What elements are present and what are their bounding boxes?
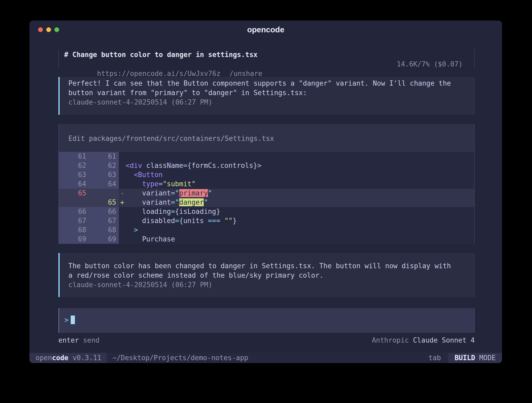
diff-row: 6262<div className={formCs.controls}> <box>59 161 474 170</box>
code-line: variant="danger" <box>124 198 208 207</box>
session-title: # Change button color to danger in setti… <box>64 50 463 59</box>
model-name: Claude Sonnet 4 <box>413 336 475 344</box>
diff-marker <box>119 170 124 179</box>
line-number-gutter: 65 <box>59 198 119 207</box>
message-line: The button color has been changed to dan… <box>68 261 474 271</box>
mode-toggle[interactable]: BUILD MODE <box>448 353 502 363</box>
code-line: <Button <box>124 170 163 179</box>
diff-row: 65- variant="primary" <box>59 189 474 198</box>
window-title: opencode <box>29 25 502 34</box>
diff-marker: + <box>119 198 124 207</box>
code-line: Purchase <box>124 235 175 244</box>
code-line: > <box>124 225 138 235</box>
diff-row: 6363 <Button <box>59 170 474 179</box>
desktop: { "window": { "title": "opencode" }, "tr… <box>0 0 532 403</box>
model-indicator: Anthropic Claude Sonnet 4 <box>372 335 475 345</box>
code-line: loading={isLoading} <box>124 207 220 216</box>
line-number-gutter: 6363 <box>59 170 119 179</box>
prompt-input[interactable]: > <box>58 308 475 333</box>
diff-marker <box>119 225 124 235</box>
app-version-chip: opencode v0.3.11 <box>29 353 106 363</box>
session-header: # Change button color to danger in setti… <box>58 49 475 69</box>
message-model-meta: claude-sonnet-4-20250514 (06:27 PM) <box>68 97 474 107</box>
message-line: button variant from "primary" to "danger… <box>68 88 474 97</box>
enter-key-hint: enter <box>58 336 79 344</box>
diff-marker <box>119 179 124 189</box>
text-cursor <box>71 316 75 324</box>
message-line: a red/rose color scheme instead of the b… <box>68 271 474 280</box>
diff-row: 6161 <box>59 152 474 161</box>
line-number-gutter: 6161 <box>59 152 119 161</box>
diff-marker <box>119 152 124 161</box>
line-number-gutter: 6262 <box>59 161 119 170</box>
message-line: Perfect! I can see that the Button compo… <box>68 79 474 88</box>
line-number-gutter: 6666 <box>59 207 119 216</box>
code-line <box>124 152 126 161</box>
diff-row: 6666 loading={isLoading} <box>59 207 474 216</box>
code-line: <div className={formCs.controls}> <box>124 161 262 170</box>
line-number-gutter: 6969 <box>59 235 119 244</box>
diff-marker <box>119 235 124 244</box>
edit-tool-block: Edit packages/frontend/src/containers/Se… <box>58 124 475 244</box>
diff-row: 6969 Purchase <box>59 235 474 244</box>
code-line: variant="primary" <box>124 189 212 198</box>
diff-row: 6767 disabled={units === ""} <box>59 216 474 225</box>
diff-row: 6464 type="submit" <box>59 179 474 189</box>
app-name-prefix: open <box>35 354 52 362</box>
status-right: tab BUILD MODE <box>428 353 502 363</box>
mode-key: BUILD <box>454 354 475 362</box>
diff-marker <box>119 216 124 225</box>
working-directory: ~/Desktop/Projects/demo-notes-app <box>112 353 248 363</box>
diff-marker: - <box>119 189 124 198</box>
diff-marker <box>119 207 124 216</box>
window-titlebar: opencode <box>29 20 502 38</box>
assistant-message: Perfect! I can see that the Button compo… <box>58 77 475 115</box>
line-number-gutter: 65 <box>59 189 119 198</box>
assistant-message: The button color has been changed to dan… <box>58 253 475 297</box>
diff-rows: 61616262<div className={formCs.controls}… <box>59 152 474 244</box>
share-url[interactable]: https://opencode.ai/s/UwJxv76z <box>97 70 221 78</box>
tab-key-hint: tab <box>428 353 441 363</box>
diff-row: 65+ variant="danger" <box>59 198 474 207</box>
code-line: disabled={units === ""} <box>124 216 237 225</box>
provider-label: Anthropic <box>372 336 413 344</box>
edit-tool-title: Edit packages/frontend/src/containers/Se… <box>59 124 474 152</box>
unshare-command[interactable]: /unshare <box>229 70 262 78</box>
message-model-meta: claude-sonnet-4-20250514 (06:27 PM) <box>68 280 474 290</box>
line-number-gutter: 6868 <box>59 225 119 235</box>
hint-row: enter send Anthropic Claude Sonnet 4 <box>58 335 475 345</box>
diff-row: 6868 > <box>59 225 474 235</box>
diff-marker <box>119 161 124 170</box>
send-hint: enter send <box>58 335 100 345</box>
send-label: send <box>79 336 99 344</box>
prompt-chevron: > <box>64 316 69 324</box>
app-version: v0.3.11 <box>68 354 101 362</box>
app-name-suffix: code <box>52 354 69 362</box>
mode-label: MODE <box>475 354 496 362</box>
status-bar: opencode v0.3.11 ~/Desktop/Projects/demo… <box>29 353 502 363</box>
line-number-gutter: 6767 <box>59 216 119 225</box>
line-number-gutter: 6464 <box>59 179 119 189</box>
opencode-window: opencode # Change button color to danger… <box>29 20 502 363</box>
code-line: type="submit" <box>124 179 196 189</box>
